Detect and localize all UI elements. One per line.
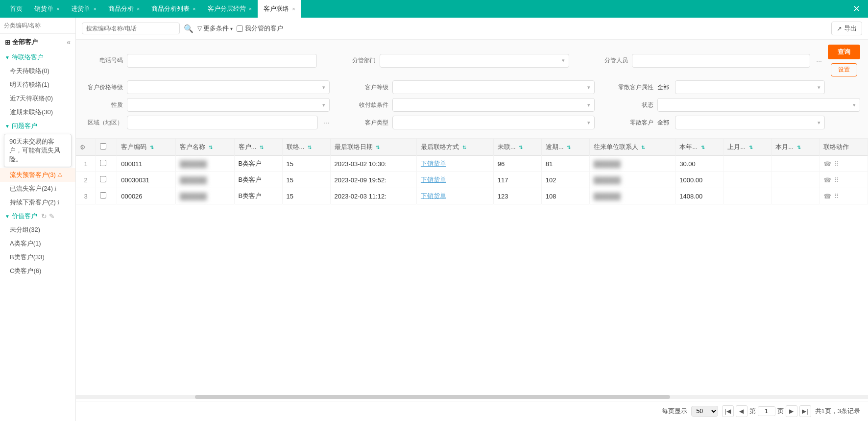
row-select-checkbox[interactable]	[100, 160, 106, 166]
zero-customer-select[interactable]: ▾	[675, 116, 825, 129]
window-close-button[interactable]: ✕	[849, 3, 864, 14]
tab-purchase-order[interactable]: 进货单 ×	[65, 0, 102, 18]
scrollbar-thumb[interactable]	[195, 395, 670, 399]
page-number-input[interactable]	[758, 406, 775, 416]
row-select-checkbox[interactable]	[100, 176, 106, 182]
tab-sales-order[interactable]: 销货单 ×	[28, 0, 65, 18]
contact-action-icon[interactable]: ☎	[823, 176, 831, 184]
customer-type-select[interactable]: ▾	[392, 116, 595, 129]
chevron-down-icon-price: ▾	[322, 84, 325, 91]
sidebar-item-class-c[interactable]: C类客户(6)	[0, 264, 75, 278]
sort-code-icon[interactable]: ⇅	[150, 145, 154, 150]
page-size-select[interactable]: 50 100 200	[691, 406, 718, 417]
sidebar-all-customers[interactable]: ⊞ 全部客户 «	[0, 34, 75, 50]
query-button[interactable]: 查询	[828, 45, 860, 59]
col-last-date: 最后联络日期 ⇅	[330, 139, 416, 156]
row-name: ██████	[175, 156, 234, 172]
sidebar-item-churn-warning[interactable]: 流失预警客户(3) ⚠	[0, 168, 75, 182]
prev-page-button[interactable]: ◀	[736, 405, 747, 417]
chevron-down-icon-zero-attr: ▾	[818, 84, 820, 91]
search-button[interactable]: 🔍	[184, 24, 193, 33]
tab-customer-segmentation[interactable]: 客户分层经营 ×	[202, 0, 258, 18]
sort-person-icon[interactable]: ⇅	[641, 145, 645, 150]
sidebar-item-tomorrow-contact[interactable]: 明天待联络(1)	[0, 78, 75, 92]
payment-select[interactable]: ▾	[392, 98, 595, 112]
sidebar-item-unclassified[interactable]: 未分组(32)	[0, 223, 75, 237]
region-ellipsis-btn[interactable]: ···	[324, 119, 330, 126]
gear-icon[interactable]: ⚙	[80, 144, 86, 151]
my-customers-checkbox[interactable]	[237, 25, 243, 32]
phone-input[interactable]	[127, 54, 317, 68]
select-all-checkbox[interactable]	[100, 143, 106, 149]
sort-lastmonth-icon[interactable]: ⇅	[749, 145, 753, 150]
sort-method-icon[interactable]: ⇅	[462, 145, 466, 150]
sidebar-group-pending-contact[interactable]: ▼ 待联络客户	[0, 50, 75, 64]
sidebar-item-already-churned[interactable]: 已流失客户(24) ℹ	[0, 182, 75, 196]
tab-customer-contact[interactable]: 客户联络 ×	[258, 0, 301, 18]
row-contact-person: ██████	[589, 156, 675, 172]
close-product-analysis-tab[interactable]: ×	[137, 6, 140, 12]
collapse-sidebar-icon[interactable]: «	[67, 38, 71, 46]
sidebar-item-class-b[interactable]: B类客户(33)	[0, 250, 75, 264]
next-page-button[interactable]: ▶	[786, 405, 797, 417]
tab-product-analysis[interactable]: 商品分析 ×	[102, 0, 145, 18]
sidebar-group-value-customers[interactable]: ▼ 价值客户 ↻ ✎	[0, 209, 75, 223]
more-conditions-toggle[interactable]: ▽ 更多条件 ▾	[197, 24, 233, 33]
customer-level-select[interactable]: ▾	[392, 80, 595, 94]
row-select-checkbox[interactable]	[100, 192, 106, 198]
dept-select[interactable]: ▾	[380, 54, 570, 68]
settings-button[interactable]: 设置	[831, 63, 857, 76]
more-action-icon[interactable]: ⠿	[834, 160, 839, 168]
more-action-icon[interactable]: ⠿	[834, 176, 839, 184]
row-last-date: 2023-03-02 10:30:	[330, 156, 416, 172]
person-input[interactable]	[632, 54, 810, 68]
person-ellipsis-btn[interactable]: ···	[816, 57, 822, 65]
last-method-link[interactable]: 下销货单	[421, 192, 446, 199]
close-customer-segmentation-tab[interactable]: ×	[249, 6, 252, 12]
tab-home[interactable]: 首页	[4, 0, 28, 18]
tab-product-analysis-list[interactable]: 商品分析列表 ×	[145, 0, 201, 18]
close-customer-contact-tab[interactable]: ×	[292, 6, 295, 12]
contact-action-icon[interactable]: ☎	[823, 193, 831, 200]
export-button[interactable]: ↗ 导出	[831, 22, 862, 35]
first-page-button[interactable]: |◀	[722, 405, 734, 417]
sidebar-item-today-contact[interactable]: 今天待联络(0)	[0, 64, 75, 78]
sort-type-icon[interactable]: ⇅	[260, 145, 264, 150]
edit-icon[interactable]: ✎	[49, 212, 55, 220]
horizontal-scrollbar[interactable]	[76, 395, 868, 399]
last-page-button[interactable]: ▶|	[799, 405, 811, 417]
status-select[interactable]: ▾	[657, 98, 860, 112]
col-name: 客户名称 ⇅	[175, 139, 234, 156]
contact-action-icon[interactable]: ☎	[823, 160, 831, 168]
sidebar-search-input[interactable]	[4, 22, 76, 29]
sort-name-icon[interactable]: ⇅	[209, 145, 213, 150]
sidebar-item-overdue-contact[interactable]: 逾期未联络(30)	[0, 105, 75, 119]
sort-year-icon[interactable]: ⇅	[701, 145, 705, 150]
filter-customer-type-field: 客户类型 ▾	[349, 116, 595, 129]
sidebar-item-class-a[interactable]: A类客户(1)	[0, 237, 75, 250]
top-tab-bar: 首页 销货单 × 进货单 × 商品分析 × 商品分析列表 × 客户分层经营 × …	[0, 0, 868, 18]
sidebar-item-declining[interactable]: 持续下滑客户(2) ℹ	[0, 196, 75, 209]
close-purchase-order-tab[interactable]: ×	[93, 6, 96, 12]
sort-overdue-icon[interactable]: ⇅	[567, 145, 571, 150]
refresh-icon[interactable]: ↻	[41, 212, 47, 220]
more-action-icon[interactable]: ⠿	[834, 193, 839, 200]
close-product-analysis-list-tab[interactable]: ×	[193, 6, 195, 12]
sort-contact-icon[interactable]: ⇅	[308, 145, 312, 150]
price-level-select[interactable]: ▾	[127, 80, 330, 94]
sort-date-icon[interactable]: ⇅	[376, 145, 380, 150]
search-input[interactable]	[82, 23, 180, 34]
last-method-link[interactable]: 下销货单	[421, 176, 446, 183]
gender-select[interactable]: ▾	[127, 98, 330, 112]
sidebar-item-7days-contact[interactable]: 近7天待联络(0)	[0, 92, 75, 105]
filter-row-3: 性质 ▾ 收付款条件 ▾ 状态	[84, 98, 860, 112]
last-method-link[interactable]: 下销货单	[421, 160, 446, 167]
row-customer-type: B类客户	[234, 188, 282, 204]
zero-attr-select[interactable]: ▾	[675, 80, 825, 94]
sidebar-group-problem-customers[interactable]: ▼ 问题客户	[0, 119, 75, 133]
sort-thismonth-icon[interactable]: ⇅	[797, 145, 801, 150]
close-sales-order-tab[interactable]: ×	[56, 6, 59, 12]
region-input[interactable]	[127, 116, 318, 129]
sort-nocontact-icon[interactable]: ⇅	[519, 145, 523, 150]
my-customers-checkbox-label[interactable]: 我分管的客户	[237, 24, 283, 33]
